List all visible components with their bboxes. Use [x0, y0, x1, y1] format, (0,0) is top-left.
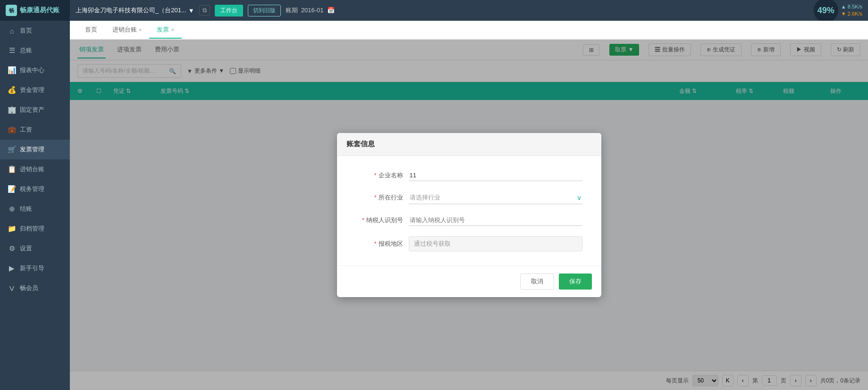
- ledger-icon: ☰: [8, 46, 16, 55]
- sidebar-label-reports: 报表中心: [20, 66, 44, 75]
- modal-title: 账套信息: [337, 133, 601, 156]
- close-accounts-icon: ⊕: [8, 205, 16, 213]
- tab-home[interactable]: 首页: [77, 22, 105, 39]
- industry-select[interactable]: 请选择行业 ∨: [409, 191, 582, 204]
- workbench-button[interactable]: 工作台: [215, 5, 243, 17]
- sidebar-label-invoice: 发票管理: [20, 145, 44, 154]
- sidebar-item-tax[interactable]: 📝 税务管理: [0, 179, 70, 199]
- sidebar-item-close[interactable]: ⊕ 结账: [0, 199, 70, 219]
- sidebar-label-tax: 税务管理: [20, 185, 44, 193]
- logo-icon: 畅: [6, 5, 17, 16]
- tax-id-label: * 纳税人识别号: [356, 216, 403, 224]
- app-logo: 畅 畅康通易代账: [0, 0, 70, 21]
- sidebar-label-funds: 资金管理: [20, 86, 44, 94]
- modal-overlay: 账套信息 * 企业名称 * 所在行业: [70, 40, 868, 390]
- company-name-row: * 企业名称: [356, 170, 582, 181]
- cancel-button[interactable]: 取消: [520, 274, 554, 290]
- modal-body: * 企业名称 * 所在行业 请选择行业 ∨: [337, 156, 601, 266]
- main-area: 上海卯金刀电子科技有限公司_（台201... ▼ ⧉ 工作台 切到旧版 账期 2…: [70, 0, 868, 390]
- close-invoice-tab[interactable]: ×: [171, 27, 174, 33]
- reports-icon: 📊: [8, 66, 16, 75]
- sidebar-item-funds[interactable]: 💰 资金管理: [0, 80, 70, 100]
- tax-region-label: * 报税地区: [356, 240, 403, 248]
- account-info-modal: 账套信息 * 企业名称 * 所在行业: [337, 133, 601, 297]
- tax-id-input[interactable]: [409, 215, 582, 226]
- chevron-down-icon: ∨: [577, 194, 581, 201]
- page-tabs: 首页 进销台账 × 发票 ×: [70, 21, 868, 40]
- member-icon: V: [8, 284, 16, 292]
- sidebar-item-home[interactable]: ⌂ 首页: [0, 21, 70, 41]
- topbar: 上海卯金刀电子科技有限公司_（台201... ▼ ⧉ 工作台 切到旧版 账期 2…: [70, 0, 868, 21]
- industry-label: * 所在行业: [356, 193, 403, 202]
- tab-sales-ledger[interactable]: 进销台账 ×: [105, 22, 149, 39]
- calendar-icon[interactable]: 📅: [327, 7, 335, 14]
- company-name: 上海卯金刀电子科技有限公司_（台201... ▼: [76, 6, 194, 15]
- sidebar-item-archive[interactable]: 📁 归档管理: [0, 219, 70, 239]
- required-star: *: [374, 172, 377, 179]
- period-value: 2016-01: [301, 7, 324, 14]
- archive-icon: 📁: [8, 224, 16, 233]
- sidebar-label-ledger: 总账: [20, 46, 32, 55]
- sidebar-label-sales: 进销台账: [20, 165, 44, 174]
- sidebar-item-salary[interactable]: 💼 工资: [0, 120, 70, 140]
- industry-row: * 所在行业 请选择行业 ∨: [356, 191, 582, 204]
- sidebar-label-settings: 设置: [20, 244, 32, 253]
- sidebar: 畅 畅康通易代账 ⌂ 首页 ☰ 总账 📊 报表中心 💰 资金管理 🏢 固定资产 …: [0, 0, 70, 390]
- copy-icon[interactable]: ⧉: [199, 5, 210, 16]
- sidebar-label-guide: 新手引导: [20, 264, 44, 273]
- home-icon: ⌂: [8, 27, 16, 35]
- sidebar-label-salary: 工资: [20, 125, 32, 134]
- sidebar-item-member[interactable]: V 畅会员: [0, 278, 70, 298]
- network-status-circle: 49%: [814, 0, 838, 23]
- sidebar-label-assets: 固定资产: [20, 106, 44, 114]
- salary-icon: 💼: [8, 125, 16, 134]
- network-speeds: ▲ 8.5K/s ▼ 2.6K/s: [841, 3, 862, 18]
- company-dropdown-icon[interactable]: ▼: [188, 7, 194, 14]
- assets-icon: 🏢: [8, 106, 16, 114]
- sidebar-item-guide[interactable]: ▶ 新手引导: [0, 258, 70, 278]
- sales-icon: 📋: [8, 165, 16, 174]
- sidebar-item-ledger[interactable]: ☰ 总账: [0, 41, 70, 60]
- tax-region-row: * 报税地区 通过税号获取: [356, 236, 582, 251]
- speed-down: ▼ 2.6K/s: [841, 10, 862, 17]
- tax-id-row: * 纳税人识别号: [356, 215, 582, 226]
- sidebar-label-member: 畅会员: [20, 284, 38, 292]
- modal-footer: 取消 保存: [337, 266, 601, 297]
- save-button[interactable]: 保存: [559, 274, 592, 290]
- sidebar-label-home: 首页: [20, 26, 32, 35]
- close-sales-tab[interactable]: ×: [139, 27, 142, 33]
- sidebar-item-settings[interactable]: ⚙ 设置: [0, 239, 70, 258]
- invoice-icon: 🛒: [8, 145, 16, 154]
- sidebar-item-sales[interactable]: 📋 进销台账: [0, 159, 70, 179]
- speed-up: ▲ 8.5K/s: [841, 3, 862, 10]
- sidebar-label-archive: 归档管理: [20, 224, 44, 233]
- tab-invoice[interactable]: 发票 ×: [149, 22, 181, 39]
- company-name-label: * 企业名称: [356, 171, 403, 180]
- sidebar-item-assets[interactable]: 🏢 固定资产: [0, 100, 70, 120]
- app-name: 畅康通易代账: [20, 6, 59, 15]
- percent-display: 49%: [817, 6, 834, 16]
- sidebar-label-close: 结账: [20, 205, 32, 213]
- guide-icon: ▶: [8, 264, 16, 273]
- settings-icon: ⚙: [8, 244, 16, 253]
- old-version-button[interactable]: 切到旧版: [248, 5, 281, 17]
- tax-icon: 📝: [8, 185, 16, 193]
- sidebar-item-invoice[interactable]: 🛒 发票管理: [0, 140, 70, 159]
- period-label: 账期 2016-01 📅: [286, 6, 335, 15]
- content-area: 销项发票 进项发票 费用小票 ⊞ 取票 ▼ ☰ 批量操作 ⊕ 生成凭证 ⊕ 新增…: [70, 40, 868, 390]
- funds-icon: 💰: [8, 86, 16, 94]
- sidebar-item-reports[interactable]: 📊 报表中心: [0, 60, 70, 80]
- tax-region-display: 通过税号获取: [409, 236, 582, 251]
- company-name-input[interactable]: [409, 170, 582, 181]
